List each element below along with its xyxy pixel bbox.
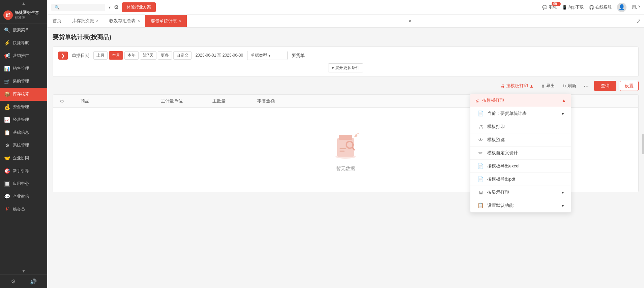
dropdown-header[interactable]: 🖨 按模板打印 ▲ [470, 94, 571, 107]
filter-collapse-btn[interactable]: ❯ [58, 52, 68, 60]
message-icon: 💬 [542, 5, 547, 10]
member-icon: V [4, 206, 10, 213]
filter-date-prev-month[interactable]: 上月 [93, 51, 108, 60]
empty-text: 暂无数据 [336, 166, 355, 172]
col-settings[interactable]: ⚙ [57, 99, 67, 104]
flash-icon: ⚡ [4, 40, 10, 46]
more-btn[interactable]: ··· [582, 81, 591, 91]
tab-close-order-stats[interactable]: × [179, 19, 181, 24]
filter-date-7days[interactable]: 近7天 [140, 51, 156, 60]
tabs-expand-btn[interactable]: ⤢ [633, 18, 644, 24]
svg-rect-7 [340, 151, 345, 152]
filter-expand-row: ▾ 展开更多条件 [58, 63, 633, 72]
sidebar-item-member[interactable]: V 畅会员 [0, 203, 47, 216]
svg-rect-2 [339, 135, 352, 140]
operations-icon: 📈 [4, 117, 10, 123]
finance-icon: 💰 [4, 104, 10, 110]
dropdown-set-default[interactable]: 📋 设置默认功能 ▾ [470, 199, 571, 212]
dropdown-template-export-excel[interactable]: 📄 按模板导出excel [470, 160, 571, 173]
avatar[interactable]: 👤 [617, 3, 626, 12]
tab-order-stats[interactable]: 要货单统计表 × [145, 15, 187, 27]
set-default-chevron: ▾ [562, 203, 564, 208]
main-area: 🔍 ▾ ⚙ 体验行业方案 💬 消息 99+ 📱 App下载 🎧 在线客服 👤 [47, 0, 644, 288]
tab-inventory-batch[interactable]: 库存批次账 × [67, 15, 104, 27]
col-amount: 零售金额 [249, 98, 283, 104]
svg-rect-6 [340, 148, 346, 149]
sound-footer-icon[interactable]: 🔊 [30, 278, 37, 285]
sidebar: ▲ 好 畅捷通好生意 标准版 🔍 搜索菜单 ⚡ 快捷导航 📢 营销推广 📊 销售… [0, 0, 47, 288]
basic-icon: 📋 [4, 130, 10, 136]
filter-date-year[interactable]: 本年 [124, 51, 139, 60]
dropdown-template-export-pdf[interactable]: 📄 按模板导出pdf [470, 173, 571, 186]
settings-footer-icon[interactable]: ⚙ [11, 278, 16, 285]
app-download-btn[interactable]: 📱 App下载 [562, 4, 584, 10]
app-download-icon: 📱 [562, 5, 567, 10]
filter-date-current-month[interactable]: 本月 [109, 51, 123, 60]
col-goods: 商品 [81, 98, 141, 104]
template-custom-icon: ✏ [477, 150, 484, 156]
dropdown-header-left: 🖨 按模板打印 [475, 97, 504, 103]
sidebar-item-newbie[interactable]: 🎯 新手引导 [0, 165, 47, 178]
empty-illustration [329, 128, 362, 162]
sidebar-item-sales[interactable]: 📊 销售管理 [0, 62, 47, 75]
export-btn[interactable]: ⬆ 导出 [539, 82, 557, 90]
headset-icon: 🎧 [589, 5, 594, 10]
filter-date-label: 单据日期 [72, 53, 89, 59]
topbar-dropdown-arrow[interactable]: ▾ [109, 5, 111, 10]
topbar-gear-icon[interactable]: ⚙ [114, 4, 119, 10]
dropdown-template-custom[interactable]: ✏ 模板自定义设计 [470, 147, 571, 160]
filter-date-custom[interactable]: 自定义 [173, 51, 192, 60]
filter-type-select[interactable]: 单据类型 ▾ [247, 51, 288, 60]
tab-close-inventory-batch[interactable]: × [96, 19, 98, 23]
sidebar-scroll-down[interactable]: ▼ [0, 268, 47, 275]
settings-btn[interactable]: 设置 [620, 81, 639, 91]
dropdown-template-print[interactable]: 🖨 模板打印 [470, 120, 571, 133]
col-unit: 主计量单位 [155, 98, 188, 104]
topbar-right: 💬 消息 99+ 📱 App下载 🎧 在线客服 👤 用户 [542, 3, 640, 12]
sidebar-logo: 好 畅捷通好生意 标准版 [0, 7, 47, 24]
filter-expand-btn[interactable]: ▾ 展开更多条件 [328, 63, 363, 72]
tab-home[interactable]: 首页 [47, 15, 67, 27]
right-scrollbar[interactable] [642, 134, 644, 154]
filter-goods-label: 要货单 [292, 53, 305, 59]
query-btn[interactable]: 查询 [594, 81, 616, 91]
purchase-icon: 🛒 [4, 78, 10, 85]
filter-date-more[interactable]: 更多 [158, 51, 172, 60]
trial-btn[interactable]: 体验行业方案 [122, 2, 156, 12]
sidebar-item-marketing[interactable]: 📢 营销推广 [0, 50, 47, 62]
filter-date-btns: 上月 本月 本年 近7天 更多 自定义 [93, 51, 192, 60]
set-default-icon: 📋 [477, 202, 484, 209]
message-badge[interactable]: 💬 消息 99+ [542, 4, 557, 10]
topbar-search[interactable]: 🔍 [51, 4, 105, 11]
sidebar-item-quick-nav[interactable]: ⚡ 快捷导航 [0, 37, 47, 50]
tabs-close-all-btn[interactable]: × [405, 18, 415, 24]
sidebar-item-app-center[interactable]: 🔲 应用中心 [0, 178, 47, 190]
refresh-btn[interactable]: ↻ 刷新 [560, 82, 578, 90]
app-center-icon: 🔲 [4, 181, 10, 187]
sidebar-item-purchase[interactable]: 🛒 采购管理 [0, 75, 47, 88]
print-btn[interactable]: 🖨 按模板打印 ▲ [498, 82, 536, 90]
sidebar-item-finance[interactable]: 💰 资金管理 [0, 101, 47, 114]
online-service-btn[interactable]: 🎧 在线客服 [589, 4, 612, 10]
sidebar-item-system[interactable]: ⚙ 系统管理 [0, 139, 47, 152]
newbie-icon: 🎯 [4, 168, 10, 174]
sidebar-item-operations[interactable]: 📈 经营管理 [0, 114, 47, 126]
dropdown-print-icon: 🖨 [475, 98, 479, 103]
sidebar-item-inventory[interactable]: 📦 库存核算 [0, 88, 47, 101]
sidebar-item-basic[interactable]: 📋 基础信息 [0, 126, 47, 139]
dropdown-display-print[interactable]: 🖥 按显示打印 ▾ [470, 186, 571, 199]
sidebar-scroll-up[interactable]: ▲ [0, 0, 47, 7]
user-icon: 👤 [618, 4, 625, 10]
tab-receivable-summary[interactable]: 收发存汇总表 × [104, 15, 145, 27]
topbar: 🔍 ▾ ⚙ 体验行业方案 💬 消息 99+ 📱 App下载 🎧 在线客服 👤 [47, 0, 644, 15]
sidebar-item-search[interactable]: 🔍 搜索菜单 [0, 24, 47, 37]
sidebar-item-enterprise-wechat[interactable]: 💬 企业微信 [0, 190, 47, 203]
print-up-icon: ▲ [529, 84, 534, 89]
tab-close-receivable-summary[interactable]: × [138, 19, 140, 23]
sidebar-nav: 🔍 搜索菜单 ⚡ 快捷导航 📢 营销推广 📊 销售管理 🛒 采购管理 📦 库存核… [0, 24, 47, 268]
dropdown-template-preview[interactable]: 👁 模板预览 [470, 133, 571, 147]
sidebar-item-enterprise[interactable]: 🤝 企业协同 [0, 152, 47, 165]
template-print-icon: 🖨 [477, 124, 484, 130]
dropdown-current-template[interactable]: 📄 当前：要货单统计表 ▾ [470, 107, 571, 120]
svg-point-4 [347, 142, 352, 148]
